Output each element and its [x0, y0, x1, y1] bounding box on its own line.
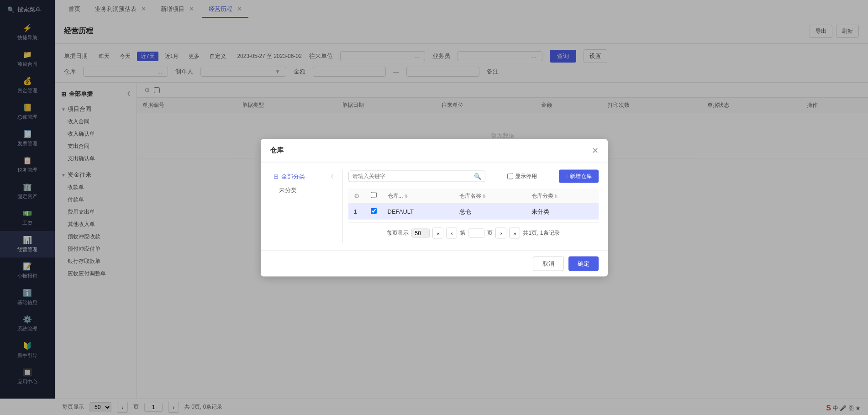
- modal-right-panel: 🔍 显示停用 + 新增仓库 ⚙: [348, 169, 599, 243]
- grid-icon-modal: ⊞: [274, 173, 279, 180]
- modal-search-input[interactable]: [352, 173, 474, 179]
- row-code: DEFAULT: [382, 204, 454, 220]
- modal-last-btn[interactable]: »: [509, 227, 520, 238]
- modal-page-label: 第: [460, 229, 465, 237]
- col-warehouse-code: 仓库...⇅: [382, 188, 454, 204]
- show-disabled-label[interactable]: 显示停用: [507, 172, 537, 180]
- modal-table-scroll: ⚙ 仓库...⇅ 仓库名称⇅: [348, 188, 599, 220]
- modal-table-header: ⚙ 仓库...⇅ 仓库名称⇅: [348, 188, 599, 204]
- modal-footer: 取消 确定: [261, 250, 608, 276]
- modal-collapse-icon[interactable]: 《: [328, 173, 333, 180]
- confirm-button[interactable]: 确定: [568, 256, 599, 271]
- modal-pagination: 每页显示 50 « ‹ 第 1 页 › » 共1页, 1条记录: [348, 222, 599, 243]
- modal-toolbar: 🔍 显示停用 + 新增仓库: [348, 169, 599, 183]
- modal-next-btn[interactable]: ›: [495, 227, 506, 238]
- modal-prev-btn[interactable]: ‹: [446, 227, 457, 238]
- modal-header: 仓库 ✕: [261, 139, 608, 162]
- modal-per-page-label: 每页显示: [387, 229, 409, 237]
- modal-all-label: 全部分类: [281, 172, 305, 180]
- modal-left-panel: ⊞ 全部分类 《 未分类: [270, 169, 343, 243]
- show-disabled-text: 显示停用: [515, 172, 537, 180]
- modal-all-category[interactable]: ⊞ 全部分类 《: [270, 169, 337, 183]
- col-warehouse-name: 仓库名称⇅: [454, 188, 526, 204]
- modal-page-suffix: 页: [487, 229, 493, 237]
- modal-category-unclassified[interactable]: 未分类: [270, 183, 337, 197]
- row-category: 未分类: [526, 204, 598, 220]
- modal-first-btn[interactable]: «: [432, 227, 443, 238]
- sort-icon-name: ⇅: [482, 193, 486, 198]
- modal-search-icon: 🔍: [474, 173, 481, 179]
- row-name: 总仓: [454, 204, 526, 220]
- modal-total-info: 共1页, 1条记录: [523, 229, 559, 237]
- row-index: 1: [348, 204, 365, 220]
- modal-content-layout: ⊞ 全部分类 《 未分类 🔍 显示停用: [270, 169, 599, 243]
- modal-table: ⚙ 仓库...⇅ 仓库名称⇅: [348, 188, 599, 220]
- add-warehouse-button[interactable]: + 新增仓库: [559, 169, 598, 183]
- modal-title: 仓库: [270, 146, 284, 155]
- col-gear: ⚙: [348, 188, 365, 204]
- cancel-button[interactable]: 取消: [533, 256, 564, 271]
- col-gear-icon[interactable]: ⚙: [354, 192, 360, 200]
- modal-search-wrap: 🔍: [348, 170, 485, 182]
- row-checkbox[interactable]: [365, 204, 382, 220]
- sort-icon-category: ⇅: [554, 193, 558, 198]
- col-warehouse-category: 仓库分类⇅: [526, 188, 598, 204]
- col-select: [365, 188, 382, 204]
- modal-body: ⊞ 全部分类 《 未分类 🔍 显示停用: [261, 162, 608, 250]
- modal-select-all[interactable]: [371, 192, 377, 198]
- show-disabled-checkbox[interactable]: [507, 173, 513, 179]
- modal-table-row[interactable]: 1 DEFAULT 总仓 未分类: [348, 204, 599, 220]
- modal-close-button[interactable]: ✕: [592, 145, 599, 155]
- sort-icon-code: ⇅: [404, 193, 408, 198]
- warehouse-modal: 仓库 ✕ ⊞ 全部分类 《 未分类 🔍: [261, 139, 608, 276]
- modal-per-page-select[interactable]: 50: [411, 228, 430, 237]
- modal-page-input[interactable]: 1: [468, 228, 484, 237]
